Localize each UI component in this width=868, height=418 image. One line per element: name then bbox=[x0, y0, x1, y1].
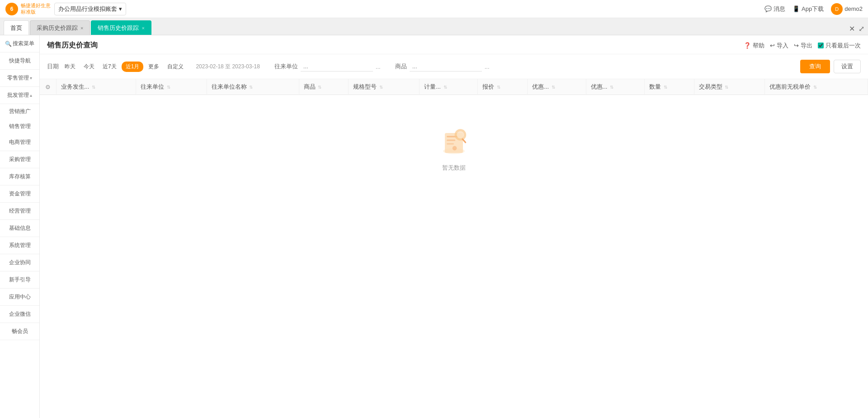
sidebar-item-marketing[interactable]: 营销推广 bbox=[0, 104, 39, 119]
main-layout: 🔍 搜索菜单 快捷导航 零售管理 ▾ 批发管理 ▴ 营销推广 销售管理 电商管理… bbox=[0, 35, 868, 418]
sidebar-item-retail-mgmt[interactable]: 零售管理 ▾ bbox=[0, 70, 39, 87]
goods-filter-group: 商品 ... bbox=[395, 62, 490, 71]
sidebar-item-enterprise-coop[interactable]: 企业协同 bbox=[0, 254, 39, 271]
svg-rect-3 bbox=[447, 139, 455, 141]
date-btn-custom[interactable]: 自定义 bbox=[164, 62, 187, 72]
only-last-checkbox-label[interactable]: 只看最后一次 bbox=[818, 42, 861, 50]
col-settings[interactable]: ⚙ bbox=[40, 79, 56, 95]
filter-actions: 查询 设置 bbox=[800, 60, 861, 73]
close-tab-sales-icon[interactable]: × bbox=[142, 25, 144, 31]
page-header: 销售历史价查询 ❓ 帮助 ↩ 导入 ↪ 导出 bbox=[40, 35, 868, 54]
sidebar-item-finance-mgmt[interactable]: 资金管理 bbox=[0, 185, 39, 203]
col-goods[interactable]: 商品 ⇅ bbox=[299, 79, 349, 95]
sidebar-item-ops-mgmt[interactable]: 经营管理 bbox=[0, 203, 39, 220]
page-content: 销售历史价查询 ❓ 帮助 ↩ 导入 ↪ 导出 bbox=[40, 35, 868, 418]
col-partner-code[interactable]: 往来单位 ⇅ bbox=[136, 79, 207, 95]
empty-state: 暂无数据 bbox=[40, 95, 868, 199]
top-header: 6 畅捷通好生意 标准版 办公用品行业模拟账套 ▾ 💬 消息 📱 App下载 D… bbox=[0, 0, 868, 18]
filter-area: 日期 昨天 今天 近7天 近1月 更多 自定义 2023-02-18 至 202… bbox=[40, 54, 868, 79]
app-selector[interactable]: 办公用品行业模拟账套 ▾ bbox=[54, 3, 126, 15]
col-trade-type[interactable]: 交易类型 ⇅ bbox=[694, 79, 765, 95]
col-spec[interactable]: 规格型号 ⇅ bbox=[349, 79, 420, 95]
sidebar-item-enterprise-wechat[interactable]: 企业微信 bbox=[0, 306, 39, 323]
empty-illustration bbox=[436, 122, 472, 158]
export-icon: ↪ bbox=[794, 42, 799, 49]
col-discount2[interactable]: 优惠... ⇅ bbox=[586, 79, 644, 95]
date-filter-group: 日期 昨天 今天 近7天 近1月 更多 自定义 bbox=[47, 62, 187, 72]
query-button[interactable]: 查询 bbox=[800, 60, 830, 73]
close-tab-purchase-icon[interactable]: × bbox=[80, 25, 83, 31]
search-icon: 🔍 bbox=[5, 41, 12, 47]
empty-text: 暂无数据 bbox=[442, 164, 466, 172]
app-download-button[interactable]: 📱 App下载 bbox=[793, 5, 824, 13]
date-shortcuts: 昨天 今天 近7天 近1月 更多 自定义 bbox=[61, 62, 187, 72]
sort-icon: ⇅ bbox=[379, 85, 383, 90]
close-all-tabs-button[interactable]: ✕ bbox=[849, 24, 855, 33]
sidebar-item-wholesale-mgmt[interactable]: 批发管理 ▴ bbox=[0, 87, 39, 104]
col-unit[interactable]: 计量... ⇅ bbox=[420, 79, 478, 95]
sort-icon: ⇅ bbox=[318, 85, 321, 90]
goods-input[interactable] bbox=[410, 62, 482, 71]
date-btn-7days[interactable]: 近7天 bbox=[99, 62, 120, 72]
col-partner-name[interactable]: 往来单位名称 ⇅ bbox=[207, 79, 299, 95]
date-btn-more[interactable]: 更多 bbox=[145, 62, 162, 72]
sidebar-item-search-menu[interactable]: 🔍 搜索菜单 bbox=[0, 35, 39, 52]
partner-filter-group: 往来单位 ... bbox=[274, 62, 381, 71]
import-button[interactable]: ↩ 导入 bbox=[770, 42, 788, 50]
expand-button[interactable]: ⤢ bbox=[859, 24, 864, 33]
avatar: D bbox=[831, 3, 843, 15]
message-button[interactable]: 💬 消息 bbox=[764, 5, 785, 13]
tab-purchase-history[interactable]: 采购历史价跟踪 × bbox=[30, 20, 90, 35]
col-quote[interactable]: 报价 ⇅ bbox=[478, 79, 528, 95]
tab-sales-history[interactable]: 销售历史价跟踪 × bbox=[91, 20, 151, 35]
logo-icon: 6 bbox=[5, 3, 18, 15]
download-icon: 📱 bbox=[793, 5, 800, 12]
sort-icon: ⇅ bbox=[813, 85, 817, 90]
sort-icon: ⇅ bbox=[664, 85, 667, 90]
data-table: ⚙ 业务发生... ⇅ 往来单位 ⇅ 往来单位名称 ⇅ bbox=[40, 79, 868, 95]
sidebar-item-sales-mgmt[interactable]: 销售管理 bbox=[0, 119, 39, 134]
partner-input[interactable] bbox=[301, 62, 373, 71]
sort-icon: ⇅ bbox=[443, 85, 447, 90]
sidebar-item-basic-info[interactable]: 基础信息 bbox=[0, 220, 39, 237]
content-area: 销售历史价查询 ❓ 帮助 ↩ 导入 ↪ 导出 bbox=[40, 35, 868, 418]
sidebar-item-app-center[interactable]: 应用中心 bbox=[0, 289, 39, 306]
date-btn-yesterday[interactable]: 昨天 bbox=[61, 62, 79, 72]
sidebar-item-new-guide[interactable]: 新手引导 bbox=[0, 271, 39, 289]
col-quantity[interactable]: 数量 ⇅ bbox=[644, 79, 694, 95]
svg-point-6 bbox=[457, 131, 464, 138]
sidebar-item-inventory[interactable]: 库存核算 bbox=[0, 168, 39, 185]
user-profile[interactable]: D demo2 bbox=[831, 3, 863, 15]
sidebar: 🔍 搜索菜单 快捷导航 零售管理 ▾ 批发管理 ▴ 营销推广 销售管理 电商管理… bbox=[0, 35, 40, 418]
sidebar-item-ecommerce-mgmt[interactable]: 电商管理 bbox=[0, 134, 39, 151]
sidebar-item-purchase-mgmt[interactable]: 采购管理 bbox=[0, 151, 39, 168]
help-icon: ❓ bbox=[744, 42, 751, 49]
message-icon: 💬 bbox=[764, 5, 772, 12]
logo-text: 畅捷通好生意 标准版 bbox=[21, 3, 51, 14]
tab-bar: 首页 采购历史价跟踪 × 销售历史价跟踪 × ✕ ⤢ bbox=[0, 18, 868, 35]
date-label: 日期 bbox=[47, 62, 59, 71]
chevron-down-icon: ▾ bbox=[30, 76, 32, 81]
sort-icon: ⇅ bbox=[92, 85, 95, 90]
only-last-checkbox[interactable] bbox=[818, 43, 824, 48]
col-discount1[interactable]: 优惠... ⇅ bbox=[528, 79, 586, 95]
goods-label: 商品 bbox=[395, 62, 407, 71]
col-biz-date[interactable]: 业务发生... ⇅ bbox=[56, 79, 136, 95]
settings-button[interactable]: 设置 bbox=[834, 60, 861, 73]
date-btn-today[interactable]: 今天 bbox=[80, 62, 98, 72]
header-left: 6 畅捷通好生意 标准版 办公用品行业模拟账套 ▾ bbox=[5, 3, 126, 15]
help-button[interactable]: ❓ 帮助 bbox=[744, 42, 764, 50]
date-btn-1month[interactable]: 近1月 bbox=[122, 62, 144, 72]
sidebar-item-member[interactable]: 畅会员 bbox=[0, 323, 39, 340]
goods-dots-button[interactable]: ... bbox=[485, 63, 490, 70]
date-range-text: 2023-02-18 至 2023-03-18 bbox=[196, 63, 259, 71]
sidebar-item-system-mgmt[interactable]: 系统管理 bbox=[0, 237, 39, 254]
sort-icon: ⇅ bbox=[552, 85, 555, 90]
sort-icon: ⇅ bbox=[167, 85, 170, 90]
tab-home[interactable]: 首页 bbox=[4, 20, 29, 35]
export-button[interactable]: ↪ 导出 bbox=[794, 42, 812, 50]
col-pre-tax-price[interactable]: 优惠前无税单价 ⇅ bbox=[765, 79, 868, 95]
sidebar-item-quick-nav[interactable]: 快捷导航 bbox=[0, 52, 39, 70]
partner-dots-button[interactable]: ... bbox=[376, 63, 381, 70]
chevron-up-icon: ▴ bbox=[30, 93, 32, 98]
